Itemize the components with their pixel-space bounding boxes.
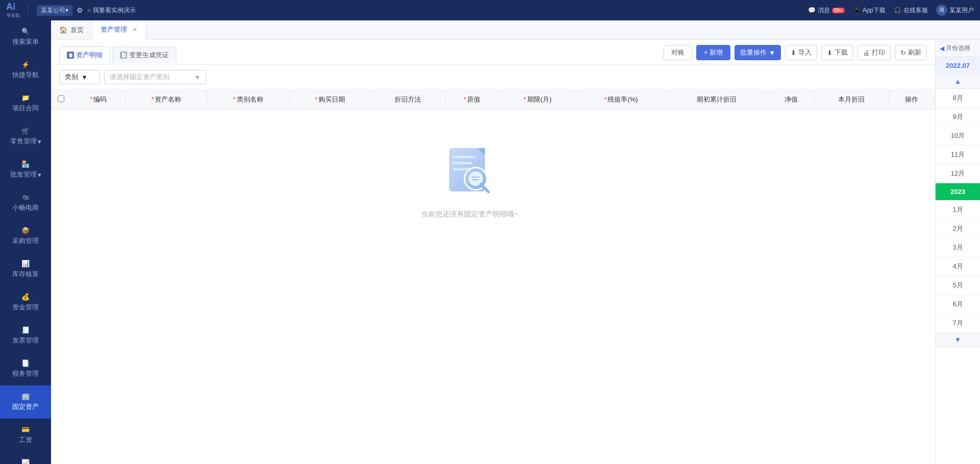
- import-icon: ⬇: [791, 49, 796, 57]
- select-all-header[interactable]: [51, 90, 71, 110]
- print-label: 打印: [872, 48, 885, 57]
- wholesale-label-group: 批发管理 ▾: [10, 170, 41, 179]
- sidebar-item-finance[interactable]: 💰 资金管理: [0, 286, 51, 319]
- tab-close-icon[interactable]: ✕: [132, 26, 137, 33]
- month-scroll-down[interactable]: ▼: [936, 333, 980, 347]
- sidebar-item-fixed-assets[interactable]: 🏢 固定资产: [0, 385, 51, 419]
- month-item-12[interactable]: 12月: [936, 164, 980, 183]
- app-download-button[interactable]: 📱 App下载: [853, 6, 886, 15]
- operations-icon: 📈: [21, 459, 30, 464]
- org-selector[interactable]: 某某公司▾: [37, 5, 72, 16]
- salary-icon: 💳: [21, 426, 30, 433]
- month-item-5[interactable]: 5月: [936, 276, 980, 295]
- month-item-3[interactable]: 3月: [936, 238, 980, 257]
- svg-rect-2: [453, 162, 472, 164]
- month-item-current-year[interactable]: 2022.07: [936, 57, 980, 75]
- month-8-label: 8月: [952, 94, 963, 102]
- sidebar-item-operations[interactable]: 📈 经营管理: [0, 452, 51, 464]
- phone-icon: 📱: [853, 7, 861, 14]
- empty-state-row: 当前您还没有固定资产明细哦~: [51, 110, 935, 250]
- col-name-label: 资产名称: [155, 95, 181, 103]
- month-12-label: 12月: [951, 169, 965, 177]
- demo-button[interactable]: ○ 我要看实例演示: [87, 6, 136, 15]
- change-voucher-tab-icon: 📄: [120, 52, 127, 59]
- message-button[interactable]: 💬 消息 99+: [808, 6, 845, 15]
- sidebar-label-quick-nav: 快捷导航: [12, 70, 39, 80]
- month-item-10[interactable]: 10月: [936, 127, 980, 145]
- sidebar-item-inventory[interactable]: 📊 库存核算: [0, 253, 51, 286]
- settings-icon[interactable]: ⚙: [77, 6, 83, 14]
- sub-tab-asset-detail[interactable]: 📋 资产明细: [59, 46, 110, 63]
- month-item-4[interactable]: 4月: [936, 257, 980, 276]
- month-panel-title: 月份选择: [946, 44, 970, 53]
- page-content: 📋 资产明细 📄 变更生成凭证 对账 + 新增 批量操: [51, 40, 980, 464]
- up-arrow-icon: ▲: [954, 78, 961, 85]
- select-all-checkbox[interactable]: [58, 95, 64, 102]
- month-10-label: 10月: [951, 132, 965, 139]
- sidebar-item-search[interactable]: 🔍 搜索菜单: [0, 20, 51, 54]
- user-avatar: 用: [936, 5, 947, 16]
- add-button[interactable]: + 新增: [696, 45, 730, 60]
- print-button[interactable]: 🖨 打印: [857, 45, 891, 60]
- category-filter-select[interactable]: 请选择固定资产类别 ▼: [104, 70, 206, 84]
- sidebar-item-wholesale[interactable]: 🏪 批发管理 ▾: [0, 153, 51, 186]
- month-panel-expand-left[interactable]: ◀: [940, 45, 944, 52]
- month-2-label: 2月: [952, 225, 963, 232]
- download-button[interactable]: ⬇ 下载: [821, 45, 853, 60]
- batch-label: 批量操作: [740, 48, 767, 57]
- logo-area: Ai 专业版: [6, 2, 20, 19]
- sidebar-label-project: 项目合同: [12, 104, 39, 113]
- sidebar-label-invoice: 发票管理: [12, 336, 39, 345]
- month-4-label: 4月: [952, 262, 963, 270]
- table-header-row: *编码 *资产名称 *类别名称 *购买日期 折旧方法 *原值 *期限(月) *残…: [51, 90, 935, 110]
- tab-home[interactable]: 🏠 首页: [51, 20, 92, 40]
- sidebar-item-purchase[interactable]: 📦 采购管理: [0, 219, 51, 253]
- down-arrow-icon: ▼: [954, 336, 961, 344]
- category-filter-type[interactable]: 类别 ▼: [59, 70, 100, 84]
- project-icon: 📁: [21, 94, 30, 102]
- month-9-label: 9月: [952, 113, 963, 120]
- month-item-7[interactable]: 7月: [936, 314, 980, 333]
- sidebar-item-quick-nav[interactable]: ⚡ 快捷导航: [0, 54, 51, 87]
- sidebar-item-salary[interactable]: 💳 工资: [0, 419, 51, 452]
- sidebar-item-retail[interactable]: 🛒 零售管理 ▾: [0, 120, 51, 153]
- content-area: 🏠 首页 资产管理 ✕ 📋 资产明细: [51, 20, 980, 464]
- refresh-button[interactable]: ↻ 刷新: [895, 45, 927, 60]
- sidebar-label-search: 搜索菜单: [12, 37, 39, 46]
- customer-service-button[interactable]: 🎧 在线客服: [894, 6, 928, 15]
- sidebar-label-inventory: 库存核算: [12, 270, 39, 279]
- month-item-8[interactable]: 8月: [936, 89, 980, 108]
- month-item-11[interactable]: 11月: [936, 145, 980, 164]
- table-body: 当前您还没有固定资产明细哦~: [51, 110, 935, 250]
- logo-icon: Ai: [6, 2, 15, 12]
- sidebar-item-ecommerce[interactable]: 🛍 小畅电商: [0, 186, 51, 219]
- demo-label: 我要看实例演示: [93, 6, 136, 15]
- col-residual-rate-label: 残值率(%): [607, 95, 638, 103]
- col-purchase-date-label: 购买日期: [318, 95, 345, 103]
- month-item-year-2023[interactable]: 2023: [936, 183, 980, 201]
- tab-asset-mgmt[interactable]: 资产管理 ✕: [92, 20, 146, 40]
- sidebar-item-tax[interactable]: 📑 税务管理: [0, 352, 51, 385]
- month-item-9[interactable]: 9月: [936, 108, 980, 127]
- month-1-label: 1月: [952, 206, 963, 213]
- sidebar-item-project[interactable]: 📁 项目合同: [0, 87, 51, 120]
- reconcile-button[interactable]: 对账: [664, 45, 692, 60]
- sub-tab-change-voucher[interactable]: 📄 变更生成凭证: [112, 46, 177, 63]
- user-profile[interactable]: 用 某某用户: [936, 5, 974, 16]
- tax-icon: 📑: [21, 359, 30, 367]
- sidebar-item-invoice[interactable]: 🧾 发票管理: [0, 319, 51, 352]
- col-period-label: 期限(月): [527, 95, 552, 103]
- message-count: 99+: [832, 8, 845, 13]
- month-item-1[interactable]: 1月: [936, 201, 980, 219]
- import-button[interactable]: ⬇ 导入: [785, 45, 817, 60]
- category-placeholder-text: 请选择固定资产类别: [110, 72, 169, 82]
- table-container: *编码 *资产名称 *类别名称 *购买日期 折旧方法 *原值 *期限(月) *残…: [51, 90, 935, 464]
- month-item-2[interactable]: 2月: [936, 219, 980, 238]
- batch-button[interactable]: 批量操作 ▼: [734, 45, 781, 60]
- main-layout: 🔍 搜索菜单 ⚡ 快捷导航 📁 项目合同 🛒 零售管理 ▾ 🏪 批发管理 ▾: [0, 20, 980, 464]
- sub-tab-asset-detail-label: 资产明细: [76, 51, 103, 60]
- month-scroll-up[interactable]: ▲: [936, 75, 980, 89]
- home-icon: 🏠: [59, 26, 67, 34]
- download-icon: ⬇: [827, 49, 832, 57]
- month-item-6[interactable]: 6月: [936, 295, 980, 314]
